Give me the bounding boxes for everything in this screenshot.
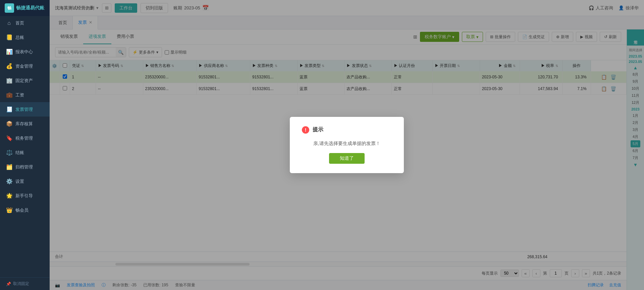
guide-icon: 🌟 [6, 193, 12, 199]
sidebar-item-reports[interactable]: 📊 报表中心 [0, 45, 50, 59]
sidebar-item-label: 库存核算 [15, 121, 33, 127]
sidebar-item-label: 报表中心 [15, 49, 33, 55]
warning-icon: ! [302, 126, 309, 134]
sidebar-item-label: 固定资产 [15, 78, 33, 84]
invoice-icon: 🧾 [6, 106, 12, 113]
cancel-pin-label: 取消固定 [13, 281, 29, 287]
app-name: 畅捷通易代账 [16, 5, 44, 11]
sidebar-item-label: 税务管理 [15, 135, 33, 141]
sidebar-item-ledger[interactable]: 📒 总账 [0, 30, 50, 45]
sidebar-item-label: 畅会员 [15, 207, 29, 213]
sidebar-item-label: 发票管理 [15, 106, 33, 113]
sidebar-item-inventory[interactable]: 📦 库存核算 [0, 117, 50, 131]
pin-icon: 📌 [6, 282, 11, 286]
modal-title: 提示 [313, 126, 323, 133]
sidebar: 畅 畅捷通易代账 ⌂ 首页 📒 总账 📊 报表中心 💰 资金管理 🏢 固定资产 … [0, 0, 50, 290]
assets-icon: 🏢 [6, 77, 12, 84]
main-content: 沈海英测试经营勿删 ▾ ⊞ 工作台 切到旧版 账期 2023-05 📅 🎧 人工… [50, 0, 644, 290]
salary-icon: 💼 [6, 92, 12, 98]
tax-icon: 🔖 [6, 135, 12, 141]
sidebar-item-label: 资金管理 [15, 63, 33, 69]
sidebar-item-label: 工资 [15, 92, 24, 98]
modal-title-row: ! 提示 [302, 126, 392, 134]
sidebar-item-archive[interactable]: 🗂️ 归档管理 [0, 160, 50, 174]
modal-footer: 知道了 [302, 153, 392, 164]
sidebar-item-label: 首页 [15, 20, 24, 26]
sidebar-item-label: 设置 [15, 178, 24, 185]
modal-message: 亲,请先选择要生成单据的发票！ [313, 141, 380, 146]
app-logo: 畅 畅捷通易代账 [0, 0, 50, 16]
modal-body: 亲,请先选择要生成单据的发票！ [313, 140, 380, 147]
sidebar-item-assets[interactable]: 🏢 固定资产 [0, 73, 50, 88]
reports-icon: 📊 [6, 49, 12, 55]
inventory-icon: 📦 [6, 121, 12, 127]
logo-icon: 畅 [5, 3, 14, 13]
settlement-icon: ⚖️ [6, 149, 12, 156]
sidebar-item-salary[interactable]: 💼 工资 [0, 88, 50, 102]
sidebar-item-label: 结账 [15, 150, 24, 156]
sidebar-item-label: 归档管理 [15, 164, 33, 170]
ledger-icon: 📒 [6, 34, 12, 41]
sidebar-item-label: 新手引导 [15, 193, 33, 199]
sidebar-item-settings[interactable]: ⚙️ 设置 [0, 174, 50, 189]
sidebar-item-member[interactable]: 👑 畅会员 [0, 203, 50, 217]
sidebar-item-tax[interactable]: 🔖 税务管理 [0, 131, 50, 145]
funds-icon: 💰 [6, 63, 12, 69]
archive-icon: 🗂️ [6, 164, 12, 170]
settings-icon: ⚙️ [6, 178, 12, 185]
sidebar-item-label: 总账 [15, 34, 24, 41]
modal-dialog: ! 提示 亲,请先选择要生成单据的发票！ 知道了 [290, 117, 404, 173]
sidebar-item-settlement[interactable]: ⚖️ 结账 [0, 145, 50, 160]
sidebar-cancel-pin[interactable]: 📌 取消固定 [0, 277, 50, 290]
sidebar-item-invoice[interactable]: 🧾 发票管理 [0, 102, 50, 117]
sidebar-item-funds[interactable]: 💰 资金管理 [0, 59, 50, 73]
modal-overlay: ! 提示 亲,请先选择要生成单据的发票！ 知道了 [50, 0, 644, 290]
member-icon: 👑 [6, 207, 12, 213]
sidebar-item-guide[interactable]: 🌟 新手引导 [0, 189, 50, 203]
modal-ok-button[interactable]: 知道了 [329, 153, 365, 164]
home-icon: ⌂ [6, 20, 12, 26]
sidebar-item-home[interactable]: ⌂ 首页 [0, 16, 50, 30]
